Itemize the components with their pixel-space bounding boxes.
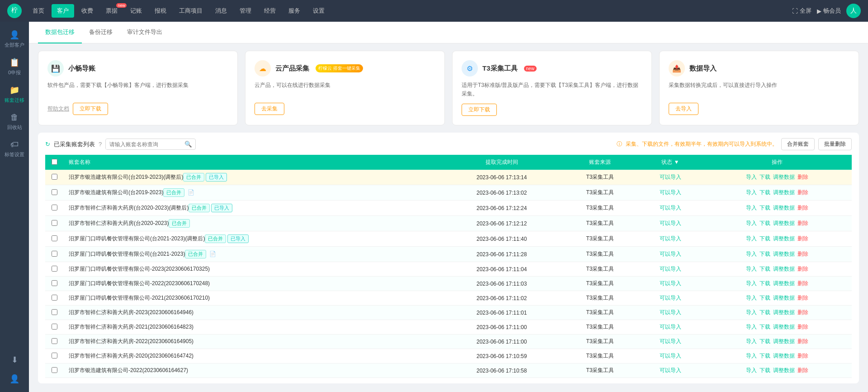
action-删除[interactable]: 删除 — [797, 324, 808, 330]
row-checkbox[interactable] — [52, 295, 57, 301]
row-checkbox[interactable] — [52, 251, 57, 257]
action-调整数据[interactable]: 调整数据 — [773, 235, 795, 242]
action-下载[interactable]: 下载 — [760, 295, 770, 301]
action-下载[interactable]: 下载 — [760, 280, 770, 287]
row-checkbox[interactable] — [52, 266, 57, 272]
action-调整数据[interactable]: 调整数据 — [773, 324, 795, 330]
avatar[interactable]: 人 — [846, 4, 861, 18]
action-删除[interactable]: 删除 — [797, 220, 808, 226]
action-导入[interactable]: 导入 — [746, 338, 757, 344]
sidebar-item-recycle[interactable]: 🗑 回收站 — [0, 108, 29, 135]
action-下载[interactable]: 下载 — [760, 205, 770, 211]
sidebar-item-tag-settings[interactable]: 🏷 标签设置 — [0, 135, 29, 163]
action-删除[interactable]: 删除 — [797, 295, 808, 301]
action-导入[interactable]: 导入 — [746, 309, 757, 316]
download-now-button[interactable]: 立即下载 — [73, 103, 108, 115]
nav-item-message[interactable]: 消息 — [210, 4, 232, 18]
nav-item-fee[interactable]: 收费 — [76, 4, 99, 18]
row-checkbox[interactable] — [52, 235, 57, 241]
action-删除[interactable]: 删除 — [797, 174, 808, 180]
help-doc-link[interactable]: 帮助文档 — [47, 105, 69, 113]
action-删除[interactable]: 删除 — [797, 353, 808, 359]
tab-audit-export[interactable]: 审计文件导出 — [120, 22, 170, 43]
action-导入[interactable]: 导入 — [746, 174, 757, 180]
sidebar-item-zero-report[interactable]: 📋 0申报 — [0, 53, 29, 81]
action-导入[interactable]: 导入 — [746, 280, 757, 287]
go-import-button[interactable]: 去导入 — [669, 103, 698, 115]
go-collect-button[interactable]: 去采集 — [255, 103, 284, 115]
action-下载[interactable]: 下载 — [760, 251, 770, 257]
col-status[interactable]: 状态 ▼ — [638, 155, 703, 170]
row-checkbox[interactable] — [52, 353, 57, 359]
select-all-checkbox[interactable] — [52, 159, 57, 165]
action-导入[interactable]: 导入 — [746, 189, 757, 196]
action-下载[interactable]: 下载 — [760, 189, 770, 196]
row-checkbox[interactable] — [52, 280, 57, 286]
action-导入[interactable]: 导入 — [746, 367, 757, 373]
fullscreen-btn[interactable]: ⛶ 全屏 — [792, 7, 811, 15]
nav-item-manage[interactable]: 管理 — [234, 4, 257, 18]
action-调整数据[interactable]: 调整数据 — [773, 280, 795, 287]
action-调整数据[interactable]: 调整数据 — [773, 189, 795, 196]
nav-item-tax[interactable]: 报税 — [149, 4, 172, 18]
action-导入[interactable]: 导入 — [746, 324, 757, 330]
nav-item-commerce[interactable]: 工商项目 — [174, 4, 208, 18]
action-调整数据[interactable]: 调整数据 — [773, 338, 795, 344]
action-导入[interactable]: 导入 — [746, 266, 757, 272]
member-btn[interactable]: ▶ 畅会员 — [817, 7, 841, 15]
action-下载[interactable]: 下载 — [760, 324, 770, 330]
action-下载[interactable]: 下载 — [760, 367, 770, 373]
action-导入[interactable]: 导入 — [746, 205, 757, 211]
nav-item-operation[interactable]: 经营 — [259, 4, 281, 18]
action-调整数据[interactable]: 调整数据 — [773, 295, 795, 301]
row-checkbox[interactable] — [52, 220, 57, 226]
action-调整数据[interactable]: 调整数据 — [773, 309, 795, 316]
action-下载[interactable]: 下载 — [760, 353, 770, 359]
action-调整数据[interactable]: 调整数据 — [773, 367, 795, 373]
action-删除[interactable]: 删除 — [797, 367, 808, 373]
action-调整数据[interactable]: 调整数据 — [773, 174, 795, 180]
row-checkbox[interactable] — [52, 189, 57, 195]
action-删除[interactable]: 删除 — [797, 280, 808, 287]
tab-data-migration[interactable]: 数据包迁移 — [38, 22, 82, 43]
action-下载[interactable]: 下载 — [760, 174, 770, 180]
action-调整数据[interactable]: 调整数据 — [773, 353, 795, 359]
action-下载[interactable]: 下载 — [760, 338, 770, 344]
action-导入[interactable]: 导入 — [746, 295, 757, 301]
nav-item-settings[interactable]: 设置 — [307, 4, 330, 18]
nav-item-invoice[interactable]: 票据 new — [100, 4, 123, 18]
search-input[interactable] — [106, 139, 181, 149]
action-删除[interactable]: 删除 — [797, 235, 808, 242]
action-下载[interactable]: 下载 — [760, 309, 770, 316]
batch-delete-button[interactable]: 批量删除 — [818, 138, 852, 150]
action-调整数据[interactable]: 调整数据 — [773, 205, 795, 211]
sidebar-item-download[interactable]: ⬇ — [8, 350, 21, 369]
refresh-icon[interactable]: ↻ — [45, 141, 50, 148]
row-checkbox[interactable] — [52, 367, 57, 373]
nav-item-service[interactable]: 服务 — [283, 4, 306, 18]
row-checkbox[interactable] — [52, 205, 57, 210]
action-下载[interactable]: 下载 — [760, 266, 770, 272]
sidebar-item-account-migration[interactable]: 📁 账套迁移 — [0, 81, 29, 108]
sidebar-item-user[interactable]: 👤 — [8, 369, 21, 388]
sidebar-item-all-clients[interactable]: 👤 全部客户 — [0, 25, 29, 53]
row-checkbox[interactable] — [52, 338, 57, 344]
action-导入[interactable]: 导入 — [746, 220, 757, 226]
action-下载[interactable]: 下载 — [760, 235, 770, 242]
action-删除[interactable]: 删除 — [797, 338, 808, 344]
action-删除[interactable]: 删除 — [797, 251, 808, 257]
nav-item-client[interactable]: 客户 — [52, 4, 74, 18]
search-button[interactable]: 🔍 — [181, 139, 196, 149]
nav-item-home[interactable]: 首页 — [27, 4, 50, 18]
merge-accounts-button[interactable]: 合并账套 — [781, 138, 815, 150]
t3-download-button[interactable]: 立即下载 — [462, 104, 497, 116]
row-checkbox[interactable] — [52, 324, 57, 330]
action-导入[interactable]: 导入 — [746, 251, 757, 257]
action-删除[interactable]: 删除 — [797, 266, 808, 272]
action-删除[interactable]: 删除 — [797, 205, 808, 211]
action-调整数据[interactable]: 调整数据 — [773, 251, 795, 257]
row-checkbox[interactable] — [52, 309, 57, 315]
row-checkbox[interactable] — [52, 174, 57, 180]
action-导入[interactable]: 导入 — [746, 353, 757, 359]
action-下载[interactable]: 下载 — [760, 220, 770, 226]
